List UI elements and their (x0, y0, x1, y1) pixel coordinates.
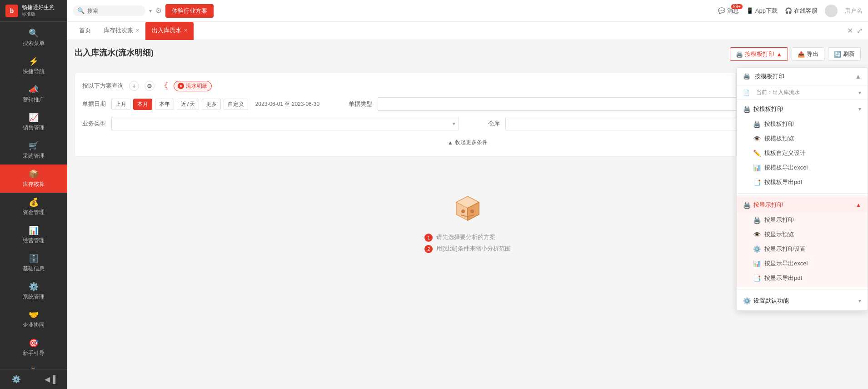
topbar-avatar[interactable] (825, 5, 838, 17)
display-excel-icon: 📊 (753, 260, 761, 267)
date-btn-last-month[interactable]: 上月 (111, 99, 130, 110)
sidebar-label-search: 搜索菜单 (23, 40, 45, 47)
trial-btn[interactable]: 体验行业方案 (165, 4, 214, 18)
sidebar-item-enterprise[interactable]: 🤝 企业协同 (0, 305, 67, 334)
display-pdf-icon: 📑 (753, 274, 761, 282)
main-area: 🔍 ▾ ⚙ 体验行业方案 💬 消息 99+ 📱 App下载 🎧 在线客服 用户名 (67, 0, 868, 389)
dropdown-template-print[interactable]: 🖨️ 按模板打印 (737, 117, 868, 131)
default-section-icon: ⚙️ (743, 297, 751, 304)
service-label: 在线客服 (794, 7, 818, 15)
empty-step-1: 1 请先选择要分析的方案 (424, 233, 510, 242)
step-2-text: 用[过滤]条件来缩小分析范围 (436, 244, 510, 253)
guide-icon: 🎯 (29, 338, 39, 348)
date-btn-this-year[interactable]: 本年 (155, 99, 174, 110)
search-icon: 🔍 (29, 28, 39, 38)
sidebar-label-enterprise: 企业协同 (23, 321, 45, 329)
sidebar-item-search[interactable]: 🔍 搜索菜单 (0, 24, 67, 52)
dropdown-display-print[interactable]: 🖨️ 按显示打印 (737, 213, 868, 227)
tabs-close-all-btn[interactable]: ✕ (847, 26, 853, 35)
display-settings-icon: ⚙️ (753, 245, 761, 253)
dropdown-display-pdf[interactable]: 📑 按显示导出pdf (737, 271, 868, 285)
topbar-gear-icon[interactable]: ⚙ (155, 6, 162, 15)
date-btn-last-7days[interactable]: 近7天 (177, 99, 199, 110)
sidebar-label-sales: 销售管理 (23, 124, 45, 132)
print-template-btn[interactable]: 🖨️ 按模板打印 ▲ (730, 47, 788, 61)
biz-type-select[interactable] (111, 117, 459, 130)
dropdown-template-custom[interactable]: ✏️ 模板自定义设计 (737, 146, 868, 160)
doc-type-label: 单据类型 (349, 100, 372, 108)
base-icon: 🗄️ (29, 254, 39, 264)
dropdown-section-template-header[interactable]: 🖨️ 按模板打印 ▾ (737, 101, 868, 117)
sidebar-item-app-center[interactable]: 📱 应用中心 (0, 362, 67, 369)
svg-point-5 (470, 209, 474, 213)
topbar-app-btn[interactable]: 📱 App下载 (746, 7, 778, 15)
sidebar-item-base[interactable]: 🗄️ 基础信息 (0, 249, 67, 277)
empty-step-2: 2 用[过滤]条件来缩小分析范围 (424, 244, 510, 253)
msg-icon: 💬 (718, 7, 725, 14)
dropdown-display-excel[interactable]: 📊 按显示导出excel (737, 256, 868, 271)
sidebar-item-finance[interactable]: 💰 资金管理 (0, 193, 67, 221)
dropdown-divider-1 (737, 193, 868, 194)
refresh-btn[interactable]: 🔄 刷新 (828, 47, 861, 61)
sidebar-item-system[interactable]: ⚙️ 系统管理 (0, 277, 67, 305)
dropdown-section-display-header[interactable]: 🖨️ 按显示打印 ▲ (737, 197, 868, 213)
template-custom-icon: ✏️ (753, 150, 761, 157)
logo-subtitle: 标准版 (22, 11, 55, 17)
date-range-display: 2023-06-01 至 2023-06-30 (255, 100, 319, 108)
sidebar-collapse-btn[interactable]: ◀▐ (41, 373, 59, 385)
dropdown-display-settings[interactable]: ⚙️ 按显示打印设置 (737, 242, 868, 256)
export-icon: 📤 (798, 51, 805, 58)
sidebar-settings-btn[interactable]: ⚙️ (8, 373, 25, 385)
sidebar-item-quick-nav[interactable]: ⚡ 快捷导航 (0, 52, 67, 80)
sidebar-logo: b 畅捷通好生意 标准版 (0, 0, 67, 22)
tabs-expand-btn[interactable]: ⤢ (857, 26, 863, 35)
tabs-bar: 首页 库存批次账 × 出入库流水 × ✕ ⤢ (67, 22, 868, 40)
app-icon: 📱 (746, 7, 753, 14)
tab-inventory-batch-close[interactable]: × (136, 27, 139, 34)
default-section-label: 设置默认功能 (753, 297, 789, 305)
topbar-service-btn[interactable]: 🎧 在线客服 (785, 7, 818, 15)
dropdown-section-default-header[interactable]: ⚙️ 设置默认功能 ▾ (737, 293, 868, 309)
topbar-right: 💬 消息 99+ 📱 App下载 🎧 在线客服 用户名 (718, 5, 863, 17)
date-btn-more[interactable]: 更多 (202, 99, 221, 110)
sidebar-label-marketing: 营销推广 (23, 96, 45, 104)
dropdown-section-template: 🖨️ 按模板打印 ▾ 🖨️ 按模板打印 👁️ 按模板预览 ✏️ 模板自定义设计 (737, 100, 868, 191)
dropdown-template-pdf[interactable]: 📑 按模板导出pdf (737, 175, 868, 190)
filter-collapse-icon[interactable]: 《 (160, 80, 168, 91)
doc-type-select[interactable] (378, 97, 788, 111)
sidebar-label-finance: 资金管理 (23, 209, 45, 216)
date-filters: 上月 本月 本年 近7天 更多 自定义 (111, 99, 248, 110)
sidebar-item-inventory[interactable]: 📦 库存核算 (0, 165, 67, 193)
dropdown-template-preview[interactable]: 👁️ 按模板预览 (737, 131, 868, 146)
tab-home[interactable]: 首页 (73, 22, 97, 40)
topbar-msg-btn[interactable]: 💬 消息 99+ (718, 7, 739, 15)
topbar-username[interactable]: 用户名 (845, 7, 863, 15)
tab-inventory-batch[interactable]: 库存批次账 × (97, 22, 145, 40)
sidebar-item-sales[interactable]: 📈 销售管理 (0, 108, 67, 136)
sidebar-item-purchase[interactable]: 🛒 采购管理 (0, 136, 67, 165)
tab-in-out-flow-close[interactable]: × (184, 27, 187, 34)
filter-settings-icon-btn[interactable]: ⚙ (145, 81, 155, 91)
export-btn[interactable]: 📤 导出 (792, 47, 824, 61)
tab-in-out-flow[interactable]: 出入库流水 × (145, 22, 194, 40)
filter-add-btn[interactable]: + (129, 81, 139, 91)
dropdown-template-excel[interactable]: 📊 按模板导出excel (737, 160, 868, 175)
dropdown-up-chevron[interactable]: ▲ (855, 73, 861, 80)
topbar-search-input[interactable] (87, 8, 133, 14)
sidebar-item-guide[interactable]: 🎯 新手引导 (0, 334, 67, 362)
date-btn-this-month[interactable]: 本月 (133, 99, 152, 110)
sidebar-item-marketing[interactable]: 📣 营销推广 (0, 80, 67, 108)
sidebar-item-operations[interactable]: 📊 经营管理 (0, 221, 67, 249)
finance-icon: 💰 (29, 197, 39, 207)
sidebar-bottom: ⚙️ ◀▐ (0, 369, 67, 389)
date-btn-custom[interactable]: 自定义 (224, 99, 248, 110)
sidebar-label-base: 基础信息 (23, 265, 45, 273)
topbar-dropdown-chevron[interactable]: ▾ (149, 8, 152, 14)
logo-icon: b (5, 5, 18, 17)
dropdown-display-preview[interactable]: 👁️ 按显示预览 (737, 227, 868, 242)
system-icon: ⚙️ (29, 282, 39, 292)
doc-type-select-wrap: ▾ ··· (378, 97, 788, 111)
display-section-icon: 🖨️ (743, 201, 751, 209)
current-flow-icon: 📄 (743, 90, 750, 96)
filter-section-title: 按以下方案查询 (82, 82, 124, 90)
